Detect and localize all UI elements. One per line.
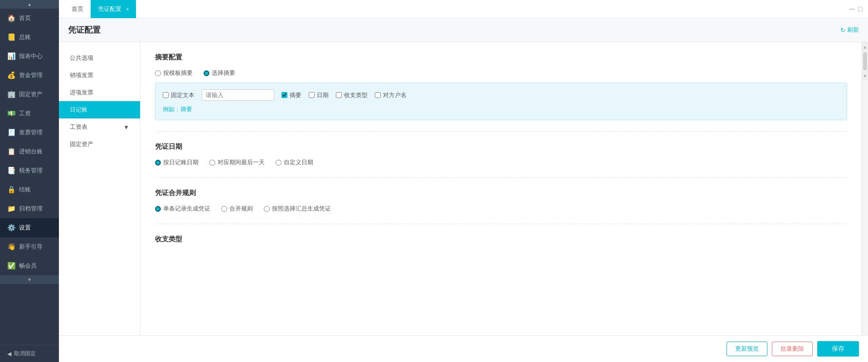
custom-date-input[interactable]: [276, 160, 281, 166]
merge-input[interactable]: [221, 206, 227, 212]
tab-voucher-config[interactable]: 凭证配置 ×: [91, 0, 136, 18]
by-journal-date-input[interactable]: [155, 160, 161, 166]
scroll-up-button[interactable]: ▲: [862, 42, 868, 51]
last-day-input[interactable]: [209, 160, 215, 166]
radio-single[interactable]: 单条记录生成凭证: [155, 205, 210, 213]
refresh-icon: ↻: [840, 27, 845, 34]
radio-by-selection[interactable]: 按照选择汇总生成凭证: [264, 205, 331, 213]
right-content: 摘要配置 按模板摘要 选择摘要 固定文本: [141, 42, 862, 335]
batch-delete-button[interactable]: 批量删除: [772, 342, 813, 356]
fixed-text-input[interactable]: [163, 92, 169, 98]
radio-last-day[interactable]: 对应期间最后一天: [209, 158, 265, 166]
voucher-date-title: 凭证日期: [155, 142, 847, 151]
radio-custom-date[interactable]: 自定义日期: [276, 158, 313, 166]
sidebar-unpin-button[interactable]: ◀ 取消固定: [0, 345, 59, 362]
summary-config-box: 固定文本 摘要 日期 收支类型: [155, 83, 847, 120]
single-input[interactable]: [155, 206, 161, 212]
member-icon: ✅: [7, 262, 15, 270]
radio-by-journal-date[interactable]: 按日记账日期: [155, 158, 199, 166]
tab-bar: 首页 凭证配置 × ─ □: [59, 0, 868, 18]
sidebar-item-settings[interactable]: ⚙️ 设置: [0, 218, 59, 237]
sidebar-item-member[interactable]: ✅ 畅会员: [0, 256, 59, 275]
sidebar-scroll-up[interactable]: ▲: [0, 0, 59, 9]
sidebar-item-tax[interactable]: 📑 税务管理: [0, 161, 59, 180]
sidebar-item-close[interactable]: 🔒 结账: [0, 180, 59, 199]
page-header: 凭证配置 ↻ 刷新: [59, 18, 868, 42]
pin-icon: ◀: [7, 351, 11, 357]
left-nav-journal[interactable]: 日记账: [59, 101, 140, 118]
bottom-action-bar: 更新预览 批量删除 保存: [59, 335, 868, 362]
checkbox-date[interactable]: 日期: [309, 91, 329, 99]
sidebar-item-inout[interactable]: 📋 进销台账: [0, 142, 59, 161]
sidebar-item-invoice[interactable]: 🧾 发票管理: [0, 123, 59, 142]
sidebar-item-assets[interactable]: 🏢 固定资产: [0, 85, 59, 104]
summary-checkbox-row: 固定文本 摘要 日期 收支类型: [163, 89, 839, 101]
summary-section: 摘要配置 按模板摘要 选择摘要 固定文本: [155, 53, 847, 132]
checkbox-counterparty[interactable]: 对方户名: [375, 91, 407, 99]
funds-icon: 💰: [7, 71, 15, 79]
summary-title: 摘要配置: [155, 53, 847, 62]
checkbox-abstract[interactable]: 摘要: [281, 91, 301, 99]
content-wrapper: 公共选项 销项发票 进项发票 日记账 工资表 ▼ 固定资产 摘要配置: [59, 42, 868, 335]
voucher-date-radio-group: 按日记账日期 对应期间最后一天 自定义日期: [155, 158, 847, 166]
sidebar-item-payroll[interactable]: 💵 工资: [0, 104, 59, 123]
tab-bar-actions: ─ □: [849, 5, 863, 13]
left-nav-fixed-assets[interactable]: 固定资产: [59, 136, 140, 153]
sidebar-item-archive[interactable]: 📁 归档管理: [0, 199, 59, 218]
assets-icon: 🏢: [7, 90, 15, 98]
refresh-button[interactable]: ↻ 刷新: [840, 26, 859, 34]
by-selection-input[interactable]: [264, 206, 270, 212]
date-input[interactable]: [309, 92, 315, 98]
left-nav-payroll-table[interactable]: 工资表 ▼: [59, 118, 140, 136]
left-nav-public[interactable]: 公共选项: [59, 49, 140, 67]
page-title: 凭证配置: [68, 24, 101, 35]
radio-template-summary[interactable]: 按模板摘要: [155, 69, 193, 77]
payroll-icon: 💵: [7, 109, 15, 117]
merge-rules-radio-group: 单条记录生成凭证 合并规则 按照选择汇总生成凭证: [155, 205, 847, 213]
archive-icon: 📁: [7, 205, 15, 213]
reports-icon: 📊: [7, 52, 15, 60]
voucher-date-section: 凭证日期 按日记账日期 对应期间最后一天 自定义日期: [155, 142, 847, 178]
merge-rules-section: 凭证合并规则 单条记录生成凭证 合并规则 按照选择汇总生成凭证: [155, 189, 847, 224]
income-expense-section: 收支类型: [155, 235, 847, 262]
sidebar-item-home[interactable]: 🏠 首页: [0, 9, 59, 28]
guide-icon: 👋: [7, 243, 15, 251]
fixed-text-field[interactable]: [202, 89, 274, 101]
abstract-input[interactable]: [281, 92, 287, 98]
tab-close-button[interactable]: ×: [126, 6, 129, 12]
settings-icon: ⚙️: [7, 224, 15, 232]
left-nav-purchase-invoice[interactable]: 进项发票: [59, 84, 140, 101]
summary-radio-group: 按模板摘要 选择摘要: [155, 69, 847, 77]
left-nav-sales-invoice[interactable]: 销项发票: [59, 67, 140, 84]
tax-icon: 📑: [7, 166, 15, 175]
sidebar-item-reports[interactable]: 📊 报表中心: [0, 47, 59, 66]
save-button[interactable]: 保存: [817, 341, 859, 357]
checkbox-fixed-text[interactable]: 固定文本: [163, 91, 194, 99]
scroll-down-button[interactable]: ▼: [862, 71, 868, 80]
maximize-button[interactable]: □: [858, 5, 863, 13]
sidebar-item-ledger[interactable]: 📒 总账: [0, 28, 59, 47]
sidebar-item-funds[interactable]: 💰 资金管理: [0, 66, 59, 85]
summary-example: 例如：摘要: [163, 105, 839, 113]
main-area: 首页 凭证配置 × ─ □ 凭证配置 ↻ 刷新 公共选项 销项发票 进: [59, 0, 868, 362]
update-preview-button[interactable]: 更新预览: [727, 342, 767, 356]
invoice-icon: 🧾: [7, 128, 15, 137]
scroll-thumb[interactable]: [863, 52, 867, 70]
scrollbar-track: ▲ ▼: [862, 42, 868, 335]
inout-icon: 📋: [7, 147, 15, 156]
counterparty-input[interactable]: [375, 92, 381, 98]
income-expense-title: 收支类型: [155, 235, 847, 244]
tab-home[interactable]: 首页: [64, 0, 91, 18]
radio-merge[interactable]: 合并规则: [221, 205, 253, 213]
chevron-down-icon: ▼: [123, 124, 129, 131]
sidebar-scroll-down[interactable]: ▼: [0, 275, 59, 284]
home-icon: 🏠: [7, 14, 15, 22]
income-type-input[interactable]: [336, 92, 342, 98]
checkbox-income-type[interactable]: 收支类型: [336, 91, 368, 99]
minimize-button[interactable]: ─: [849, 5, 854, 13]
close-account-icon: 🔒: [7, 186, 15, 194]
radio-template-input[interactable]: [155, 70, 161, 76]
sidebar-item-guide[interactable]: 👋 新手引导: [0, 237, 59, 256]
radio-select-summary[interactable]: 选择摘要: [204, 69, 235, 77]
radio-select-input[interactable]: [204, 70, 209, 76]
